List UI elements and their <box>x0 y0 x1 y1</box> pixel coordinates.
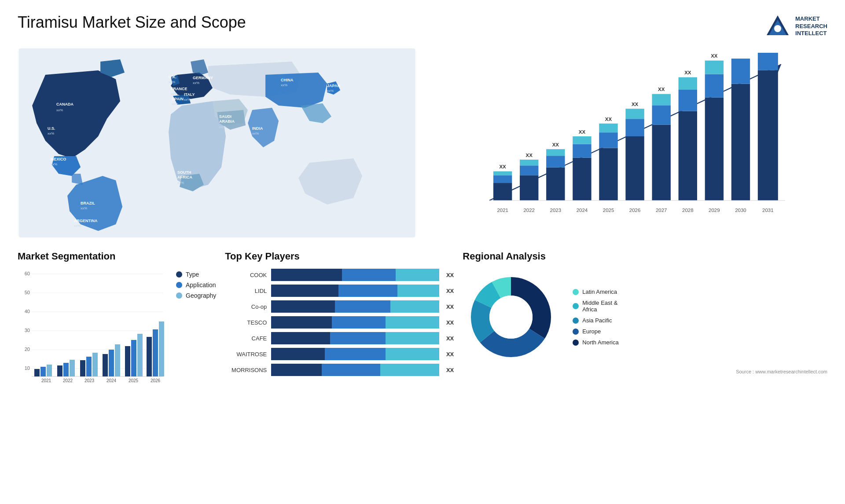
svg-text:MEXICO: MEXICO <box>51 157 66 161</box>
svg-rect-63 <box>626 136 644 201</box>
regional-donut-svg <box>463 269 559 365</box>
player-row-waitrose: WAITROSE XX <box>225 348 454 360</box>
svg-text:SOUTH: SOUTH <box>177 170 191 175</box>
svg-rect-79 <box>705 74 724 98</box>
svg-text:xx%: xx% <box>169 80 175 84</box>
player-bar-waitrose <box>271 348 439 360</box>
svg-text:U.K.: U.K. <box>169 75 176 79</box>
player-bar-coop <box>271 300 439 313</box>
svg-rect-108 <box>47 365 52 376</box>
svg-text:2022: 2022 <box>63 378 73 383</box>
svg-rect-123 <box>131 340 136 376</box>
segmentation-legend: Type Application Geography <box>176 271 216 299</box>
svg-text:2024: 2024 <box>107 378 117 383</box>
svg-rect-38 <box>493 183 512 201</box>
world-map-svg: CANADA xx% U.S. xx% MEXICO xx% BRAZIL xx… <box>18 48 416 237</box>
legend-application: Application <box>176 281 216 289</box>
regional-analysis-section: Regional Analysis <box>463 251 827 409</box>
players-title: Top Key Players <box>225 251 454 262</box>
svg-text:2026: 2026 <box>151 378 161 383</box>
svg-rect-45 <box>520 160 538 165</box>
player-value-waitrose: XX <box>446 351 454 358</box>
page-header: Tiramisu Market Size and Scope MARKET RE… <box>18 13 827 40</box>
svg-text:2025: 2025 <box>603 208 614 213</box>
svg-text:xx%: xx% <box>172 102 178 106</box>
player-name-coop: Co-op <box>225 303 267 310</box>
svg-rect-68 <box>652 124 671 200</box>
svg-rect-55 <box>573 136 591 144</box>
svg-text:AFRICA: AFRICA <box>177 175 192 179</box>
svg-rect-53 <box>573 158 591 201</box>
legend-north-america: North America <box>573 339 618 346</box>
svg-text:ARABIA: ARABIA <box>219 119 235 124</box>
logo-icon <box>764 13 791 40</box>
segmentation-chart-svg: 60 50 40 30 20 10 2021 <box>18 269 167 383</box>
svg-rect-48 <box>546 168 565 201</box>
bottom-row: Market Segmentation 60 50 40 30 20 10 <box>18 251 827 409</box>
regional-content: Latin America Middle East &Africa Asia P… <box>463 269 827 365</box>
svg-text:2029: 2029 <box>709 208 720 213</box>
legend-latin-america: Latin America <box>573 289 618 295</box>
svg-text:xx%: xx% <box>177 181 184 185</box>
svg-text:XX: XX <box>579 129 586 135</box>
svg-text:xx%: xx% <box>74 224 81 228</box>
top-row: CANADA xx% U.S. xx% MEXICO xx% BRAZIL xx… <box>18 48 827 237</box>
svg-rect-83 <box>731 84 750 201</box>
svg-text:XX: XX <box>500 164 507 169</box>
svg-text:JAPAN: JAPAN <box>327 84 340 88</box>
svg-text:xx%: xx% <box>252 131 259 135</box>
svg-text:xx%: xx% <box>51 162 57 166</box>
svg-rect-54 <box>573 144 591 158</box>
svg-text:ITALY: ITALY <box>184 92 195 97</box>
svg-rect-74 <box>679 90 697 111</box>
svg-rect-80 <box>705 61 724 74</box>
svg-rect-111 <box>63 363 69 376</box>
svg-text:60: 60 <box>25 271 30 276</box>
player-name-lidl: LIDL <box>225 288 267 294</box>
svg-rect-78 <box>705 98 724 201</box>
legend-geography: Geography <box>176 292 216 299</box>
player-bar-lidl <box>271 285 439 297</box>
player-bar-tesco <box>271 316 439 329</box>
logo-area: MARKET RESEARCH INTELLECT <box>764 13 827 40</box>
svg-rect-59 <box>599 132 617 148</box>
svg-rect-124 <box>137 334 143 376</box>
svg-rect-75 <box>679 77 697 90</box>
svg-text:XX: XX <box>658 87 665 92</box>
svg-text:xx%: xx% <box>219 125 226 129</box>
player-row-cafe: CAFE XX <box>225 332 454 344</box>
player-value-lidl: XX <box>446 288 454 294</box>
player-bar-morrisons <box>271 364 439 376</box>
svg-text:SPAIN: SPAIN <box>172 97 184 101</box>
svg-rect-106 <box>34 369 40 376</box>
player-value-tesco: XX <box>446 319 454 326</box>
player-bar-cafe <box>271 332 439 344</box>
svg-point-2 <box>774 25 781 32</box>
svg-text:30: 30 <box>25 328 30 333</box>
player-name-cook: COOK <box>225 272 267 278</box>
svg-text:xx%: xx% <box>48 131 54 135</box>
logo-text: MARKET RESEARCH INTELLECT <box>795 15 827 38</box>
svg-rect-115 <box>86 357 92 376</box>
svg-text:20: 20 <box>25 347 30 352</box>
svg-rect-122 <box>125 346 130 376</box>
svg-text:xx%: xx% <box>327 89 334 93</box>
player-value-cafe: XX <box>446 335 454 342</box>
svg-text:2031: 2031 <box>762 208 774 213</box>
svg-text:BRAZIL: BRAZIL <box>81 201 95 205</box>
legend-europe: Europe <box>573 328 618 335</box>
svg-text:2028: 2028 <box>682 208 694 213</box>
svg-text:xx%: xx% <box>281 83 287 87</box>
player-row-morrisons: MORRISONS XX <box>225 364 454 376</box>
growth-bar-chart-section: XX 2021 XX 2022 XX 2023 XX 2024 XX <box>430 48 827 237</box>
svg-text:2026: 2026 <box>629 208 641 213</box>
svg-text:CHINA: CHINA <box>281 78 294 82</box>
svg-rect-44 <box>520 165 538 175</box>
svg-text:xx%: xx% <box>193 81 199 85</box>
svg-rect-127 <box>153 329 158 376</box>
svg-rect-43 <box>520 175 538 200</box>
svg-text:XX: XX <box>526 153 533 158</box>
svg-rect-39 <box>493 175 512 183</box>
svg-text:2021: 2021 <box>41 378 51 383</box>
svg-rect-110 <box>57 365 62 376</box>
